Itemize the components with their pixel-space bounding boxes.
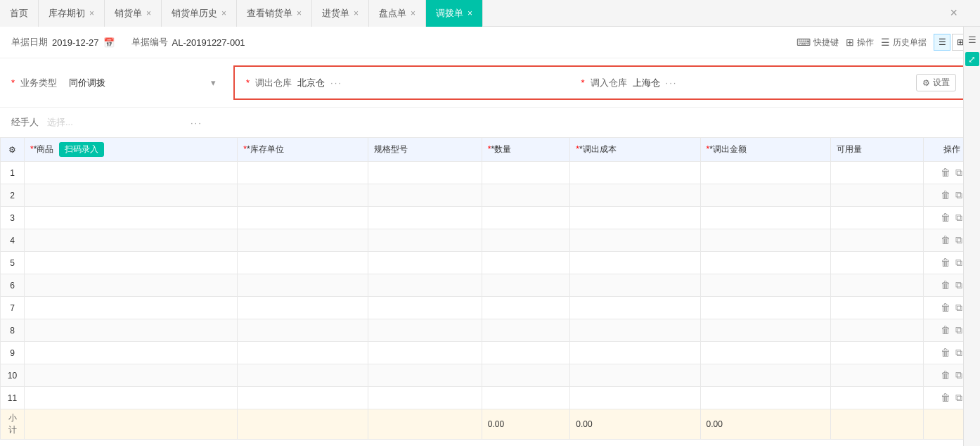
copy-icon[interactable]: ⧉ (955, 257, 962, 268)
row-spec[interactable] (368, 297, 482, 319)
row-product[interactable] (25, 207, 238, 229)
row-quantity[interactable] (482, 207, 570, 229)
warehouse-out-more-btn[interactable]: ··· (330, 77, 342, 88)
row-product[interactable] (25, 162, 238, 184)
shortcut-btn[interactable]: ⌨ 快捷键 (797, 37, 839, 49)
row-amount[interactable] (700, 319, 830, 342)
tab-transfer-order-close[interactable]: × (468, 8, 472, 18)
row-quantity[interactable] (482, 387, 570, 409)
row-available[interactable] (830, 342, 923, 364)
tab-purchase-order-close[interactable]: × (354, 8, 359, 18)
row-cost[interactable] (570, 207, 700, 229)
handler-more-btn[interactable]: ··· (191, 117, 202, 128)
sidebar-doc-icon[interactable]: ☰ (965, 32, 979, 46)
row-unit[interactable] (238, 229, 368, 252)
tab-transfer-order[interactable]: 调拨单 × (426, 0, 483, 27)
row-available[interactable] (830, 207, 923, 229)
copy-icon[interactable]: ⧉ (955, 302, 962, 313)
row-amount[interactable] (700, 229, 830, 252)
layout-btn-list[interactable]: ☰ (934, 34, 950, 51)
delete-icon[interactable]: 🗑 (941, 212, 950, 223)
row-quantity[interactable] (482, 297, 570, 319)
row-quantity[interactable] (482, 364, 570, 387)
row-available[interactable] (830, 319, 923, 342)
delete-icon[interactable]: 🗑 (941, 279, 950, 291)
row-cost[interactable] (570, 364, 700, 387)
row-product[interactable] (25, 319, 238, 342)
row-available[interactable] (830, 387, 923, 409)
row-spec[interactable] (368, 342, 482, 364)
row-product[interactable] (25, 387, 238, 409)
row-unit[interactable] (238, 252, 368, 274)
tab-view-sales-close[interactable]: × (297, 8, 302, 18)
delete-icon[interactable]: 🗑 (941, 189, 950, 200)
row-unit[interactable] (238, 387, 368, 409)
row-spec[interactable] (368, 229, 482, 252)
scan-button[interactable]: 扫码录入 (59, 142, 104, 157)
row-cost[interactable] (570, 229, 700, 252)
delete-icon[interactable]: 🗑 (941, 167, 950, 178)
row-quantity[interactable] (482, 342, 570, 364)
row-unit[interactable] (238, 162, 368, 184)
row-unit[interactable] (238, 364, 368, 387)
copy-icon[interactable]: ⧉ (955, 167, 962, 178)
row-unit[interactable] (238, 184, 368, 207)
copy-icon[interactable]: ⧉ (955, 347, 962, 358)
row-spec[interactable] (368, 162, 482, 184)
row-amount[interactable] (700, 297, 830, 319)
row-product[interactable] (25, 229, 238, 252)
row-unit[interactable] (238, 207, 368, 229)
copy-icon[interactable]: ⧉ (955, 234, 962, 246)
row-cost[interactable] (570, 387, 700, 409)
copy-icon[interactable]: ⧉ (955, 279, 962, 291)
calendar-icon[interactable]: 📅 (103, 37, 115, 48)
row-cost[interactable] (570, 162, 700, 184)
tab-inventory-check-close[interactable]: × (411, 8, 415, 18)
row-cost[interactable] (570, 274, 700, 297)
copy-icon[interactable]: ⧉ (955, 324, 962, 336)
delete-icon[interactable]: 🗑 (941, 392, 950, 403)
tab-purchase-order[interactable]: 进货单 × (312, 0, 369, 27)
row-unit[interactable] (238, 274, 368, 297)
row-amount[interactable] (700, 162, 830, 184)
delete-icon[interactable]: 🗑 (941, 257, 950, 268)
row-available[interactable] (830, 184, 923, 207)
business-type-dropdown[interactable]: 同价调拨 ▾ (63, 73, 222, 93)
row-quantity[interactable] (482, 229, 570, 252)
copy-icon[interactable]: ⧉ (955, 369, 962, 381)
row-quantity[interactable] (482, 319, 570, 342)
row-available[interactable] (830, 229, 923, 252)
col-gear-header[interactable]: ⚙ (1, 138, 25, 162)
row-amount[interactable] (700, 342, 830, 364)
row-available[interactable] (830, 297, 923, 319)
row-spec[interactable] (368, 184, 482, 207)
row-quantity[interactable] (482, 274, 570, 297)
tab-home[interactable]: 首页 (0, 0, 39, 27)
tab-sales-order-close[interactable]: × (146, 8, 151, 18)
row-cost[interactable] (570, 297, 700, 319)
row-available[interactable] (830, 274, 923, 297)
tab-sales-order[interactable]: 销货单 × (105, 0, 162, 27)
delete-icon[interactable]: 🗑 (941, 347, 950, 358)
settings-button[interactable]: ⚙ 设置 (916, 74, 956, 91)
tab-sales-history-close[interactable]: × (221, 8, 226, 18)
row-product[interactable] (25, 184, 238, 207)
row-spec[interactable] (368, 252, 482, 274)
delete-icon[interactable]: 🗑 (941, 302, 950, 313)
row-product[interactable] (25, 252, 238, 274)
copy-icon[interactable]: ⧉ (955, 189, 962, 200)
row-amount[interactable] (700, 364, 830, 387)
copy-icon[interactable]: ⧉ (955, 392, 962, 403)
row-quantity[interactable] (482, 162, 570, 184)
row-spec[interactable] (368, 387, 482, 409)
row-unit[interactable] (238, 319, 368, 342)
row-cost[interactable] (570, 319, 700, 342)
row-amount[interactable] (700, 274, 830, 297)
delete-icon[interactable]: 🗑 (941, 234, 950, 246)
tab-inventory-check[interactable]: 盘点单 × (369, 0, 426, 27)
row-amount[interactable] (700, 184, 830, 207)
row-spec[interactable] (368, 364, 482, 387)
row-product[interactable] (25, 364, 238, 387)
warehouse-in-more-btn[interactable]: ··· (666, 77, 678, 88)
row-amount[interactable] (700, 387, 830, 409)
